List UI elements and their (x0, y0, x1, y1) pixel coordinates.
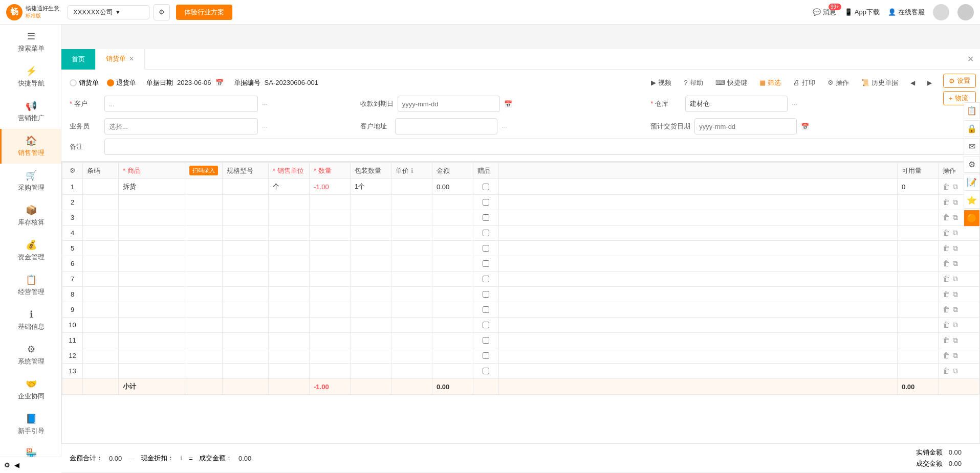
row-pack-qty-1[interactable]: 1个 (351, 179, 391, 195)
prev-button[interactable]: ◀ (906, 77, 919, 88)
sidebar-item-basic[interactable]: ℹ 基础信息 (0, 303, 61, 337)
expected-date-input[interactable] (694, 118, 797, 134)
address-more-icon[interactable]: ··· (502, 123, 507, 130)
delete-icon[interactable]: 🗑 (943, 229, 950, 237)
warehouse-more-icon[interactable]: ··· (792, 100, 797, 108)
settings-button[interactable]: ⚙ 设置 (943, 74, 976, 88)
tab-close-icon[interactable]: ✕ (129, 55, 134, 62)
sidebar-settings-icon[interactable]: ⚙ (4, 461, 10, 469)
experience-button[interactable]: 体验行业方案 (176, 5, 232, 20)
row-gift-1[interactable] (473, 179, 499, 195)
delete-icon[interactable]: 🗑 (943, 351, 950, 360)
date-value[interactable]: 2023-06-06 (177, 79, 211, 86)
copy-icon[interactable]: ⧉ (953, 290, 958, 299)
float-btn-5[interactable]: 📝 (964, 174, 980, 191)
copy-icon[interactable]: ⧉ (953, 321, 958, 329)
float-btn-2[interactable]: 🔒 (964, 120, 980, 137)
history-button[interactable]: 📜 历史单据 (857, 76, 902, 89)
sidebar-item-inventory[interactable]: 📦 库存核算 (0, 198, 61, 233)
notes-input[interactable] (104, 139, 972, 155)
float-btn-4[interactable]: ⚙ (964, 156, 980, 173)
next-button[interactable]: ▶ (923, 77, 936, 88)
customer-input[interactable] (104, 96, 258, 112)
row-unit-1[interactable]: 个 (269, 179, 310, 195)
tab-sales-order[interactable]: 销货单 ✕ (96, 49, 145, 70)
copy-icon[interactable]: ⧉ (953, 244, 958, 253)
company-selector[interactable]: XXXXXX公司 ▾ (68, 5, 149, 19)
row-price-1[interactable] (391, 179, 432, 195)
float-btn-1[interactable]: 📋 (964, 102, 980, 119)
copy-icon[interactable]: ⧉ (953, 351, 958, 360)
delete-icon[interactable]: 🗑 (943, 367, 950, 375)
app-download-button[interactable]: 📱 App下载 (844, 8, 880, 17)
copy-icon[interactable]: ⧉ (953, 336, 958, 345)
sidebar-item-system[interactable]: ⚙ 系统管理 (0, 337, 61, 372)
col-gear[interactable]: ⚙ (62, 163, 83, 179)
operate-button[interactable]: ⚙ 操作 (823, 76, 853, 89)
print-button[interactable]: 🖨 打印 (789, 76, 819, 89)
delete-row-1-icon[interactable]: 🗑 (943, 183, 950, 191)
shortcut-button[interactable]: ⌨ 快捷键 (711, 76, 751, 89)
customer-more-icon[interactable]: ··· (262, 100, 268, 108)
online-service-button[interactable]: 👤 在线客服 (888, 8, 925, 17)
discount-info-icon[interactable]: ℹ (180, 455, 183, 462)
scan-button[interactable]: 扫码录入 (189, 166, 218, 175)
row-product-1[interactable]: 拆货 (119, 179, 185, 195)
delete-icon[interactable]: 🗑 (943, 198, 950, 207)
sidebar-item-shortcut[interactable]: ⚡ 快捷导航 (0, 59, 61, 94)
tab-home[interactable]: 首页 (61, 49, 96, 70)
salesperson-more-icon[interactable]: ··· (262, 123, 268, 130)
radio-sales-order[interactable]: 销货单 (70, 78, 99, 87)
copy-icon[interactable]: ⧉ (953, 305, 958, 314)
row-qty-1[interactable]: -1.00 (310, 179, 351, 195)
salesperson-input[interactable] (104, 118, 258, 134)
filter-button[interactable]: ▦ 筛选 (755, 76, 785, 89)
date-calendar-icon[interactable]: 📅 (215, 79, 224, 86)
delete-icon[interactable]: 🗑 (943, 275, 950, 283)
float-btn-6[interactable]: ⭐ (964, 192, 980, 209)
copy-icon[interactable]: ⧉ (953, 259, 958, 268)
float-btn-3[interactable]: ✉ (964, 138, 980, 155)
help-button[interactable]: ? 帮助 (680, 76, 707, 89)
warehouse-input[interactable] (685, 96, 788, 112)
delete-icon[interactable]: 🗑 (943, 259, 950, 268)
copy-row-1-icon[interactable]: ⧉ (953, 183, 958, 191)
sidebar-item-search[interactable]: ☰ 搜索菜单 (0, 25, 61, 59)
float-btn-7[interactable]: 🟠 (964, 210, 980, 227)
number-value[interactable]: SA-20230606-001 (265, 79, 319, 86)
row-amount-1[interactable]: 0.00 (432, 179, 473, 195)
sidebar-item-business[interactable]: 📋 经营管理 (0, 268, 61, 303)
tab-bar-close-icon[interactable]: ✕ (961, 54, 980, 64)
avatar[interactable] (933, 4, 949, 20)
sidebar-item-marketing[interactable]: 📢 营销推广 (0, 94, 61, 129)
messages-button[interactable]: 💬 消息 99+ (813, 8, 836, 17)
row-barcode-1[interactable] (83, 179, 119, 195)
copy-icon[interactable]: ⧉ (953, 198, 958, 207)
sidebar-item-sales[interactable]: 🏠 销售管理 (0, 129, 61, 164)
copy-icon[interactable]: ⧉ (953, 367, 958, 375)
copy-icon[interactable]: ⧉ (953, 229, 958, 237)
delete-icon[interactable]: 🗑 (943, 305, 950, 314)
sidebar-item-guide[interactable]: 📘 新手引导 (0, 407, 61, 442)
settings-icon[interactable]: ⚙ (154, 4, 170, 20)
row-spec-1[interactable] (223, 179, 269, 195)
delete-icon[interactable]: 🗑 (943, 321, 950, 329)
delete-icon[interactable]: 🗑 (943, 244, 950, 253)
radio-return-order[interactable]: 退货单 (107, 78, 136, 87)
copy-icon[interactable]: ⧉ (953, 275, 958, 283)
video-button[interactable]: ▶ 视频 (647, 76, 676, 89)
delete-icon[interactable]: 🗑 (943, 290, 950, 299)
due-date-calendar-icon[interactable]: 📅 (504, 100, 512, 108)
sidebar-item-purchase[interactable]: 🛒 采购管理 (0, 164, 61, 198)
due-date-input[interactable] (398, 96, 500, 112)
sidebar-item-capital[interactable]: 💰 资金管理 (0, 233, 61, 268)
copy-icon[interactable]: ⧉ (953, 213, 958, 222)
expected-date-calendar-icon[interactable]: 📅 (801, 123, 809, 130)
delete-icon[interactable]: 🗑 (943, 213, 950, 222)
delete-icon[interactable]: 🗑 (943, 336, 950, 345)
col-scan-btn[interactable]: 扫码录入 (185, 163, 223, 179)
user-menu[interactable] (957, 4, 974, 20)
sidebar-item-enterprise[interactable]: 🤝 企业协同 (0, 372, 61, 407)
customer-address-input[interactable] (395, 118, 497, 134)
sidebar-collapse-icon[interactable]: ◀ (14, 461, 19, 469)
